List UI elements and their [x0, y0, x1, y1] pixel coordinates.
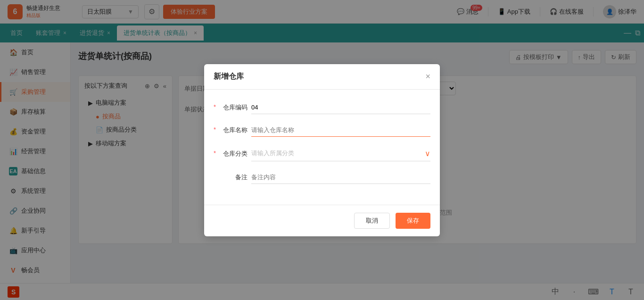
category-label: 仓库分类: [214, 150, 251, 158]
remark-input[interactable]: [251, 171, 430, 184]
modal-title: 新增仓库: [214, 72, 244, 82]
category-form-row: 仓库分类 请输入所属分类 ∨: [214, 146, 430, 161]
modal-header: 新增仓库 ×: [204, 64, 440, 90]
save-button[interactable]: 保存: [396, 213, 430, 229]
modal-footer: 取消 保存: [204, 205, 440, 236]
code-input[interactable]: [251, 101, 430, 114]
remark-label: 备注: [214, 173, 251, 182]
modal-overlay[interactable]: 新增仓库 × 仓库编码 仓库名称 仓库分类 请输入所属分类 ∨ 备注: [0, 0, 644, 300]
name-label: 仓库名称: [214, 126, 251, 134]
code-label: 仓库编码: [214, 103, 251, 112]
name-input[interactable]: [251, 124, 430, 137]
name-form-row: 仓库名称: [214, 124, 430, 137]
dropdown-arrow-icon: ∨: [425, 149, 430, 158]
category-select[interactable]: 请输入所属分类 ∨: [251, 146, 430, 161]
modal-close-button[interactable]: ×: [425, 72, 430, 81]
cancel-button[interactable]: 取消: [354, 213, 390, 229]
new-warehouse-modal: 新增仓库 × 仓库编码 仓库名称 仓库分类 请输入所属分类 ∨ 备注: [204, 64, 440, 236]
code-form-row: 仓库编码: [214, 101, 430, 114]
modal-body: 仓库编码 仓库名称 仓库分类 请输入所属分类 ∨ 备注: [204, 90, 440, 205]
remark-form-row: 备注: [214, 171, 430, 184]
